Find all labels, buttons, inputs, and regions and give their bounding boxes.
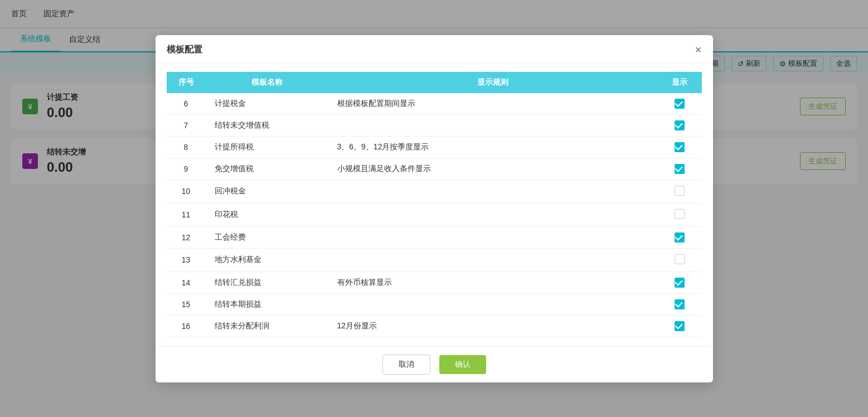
checkbox-12[interactable] [675, 232, 685, 243]
table-row: 7结转未交增值税 [167, 114, 702, 136]
col-header-name: 模板名称 [206, 72, 328, 93]
cell-no: 15 [167, 293, 206, 315]
modal-close-button[interactable]: × [695, 44, 702, 55]
checkbox-10[interactable] [675, 186, 685, 196]
cell-name: 回冲税金 [206, 180, 328, 203]
cancel-button[interactable]: 取消 [382, 355, 430, 375]
cell-rule: 12月份显示 [328, 315, 657, 337]
cell-no: 10 [167, 180, 206, 203]
table-row: 14结转汇兑损益有外币核算显示 [167, 271, 702, 293]
cell-no: 9 [167, 158, 206, 180]
col-header-show: 显示 [657, 72, 702, 93]
table-row: 15结转本期损益 [167, 293, 702, 315]
cell-checkbox [657, 158, 702, 180]
cell-checkbox [657, 180, 702, 203]
cell-rule: 有外币核算显示 [328, 271, 657, 293]
confirm-button[interactable]: 确认 [439, 355, 486, 374]
cell-no: 12 [167, 226, 206, 248]
cell-no: 7 [167, 114, 206, 136]
cell-name: 计提税金 [206, 93, 328, 115]
cell-no: 16 [167, 315, 206, 337]
table-row: 11印花税 [167, 203, 702, 226]
modal-overlay: 模板配置 × 序号 模板名称 显示规则 显示 6计提税金根据模板配置期间显示7结… [0, 0, 868, 417]
cell-name: 工会经费 [206, 226, 328, 248]
table-body: 6计提税金根据模板配置期间显示7结转未交增值税8计提所得税3、6、9、12月按季… [167, 93, 702, 337]
table-header: 序号 模板名称 显示规则 显示 [167, 72, 702, 93]
checkbox-13[interactable] [675, 254, 685, 264]
table-row: 8计提所得税3、6、9、12月按季度显示 [167, 136, 702, 158]
cell-checkbox [657, 93, 702, 115]
table-row: 9免交增值税小规模且满足收入条件显示 [167, 158, 702, 180]
cell-checkbox [657, 203, 702, 226]
cell-rule: 根据模板配置期间显示 [328, 93, 657, 115]
checkbox-14[interactable] [675, 278, 685, 288]
col-header-no: 序号 [167, 72, 206, 93]
cell-rule [328, 180, 657, 203]
cell-rule [328, 293, 657, 315]
cell-checkbox [657, 271, 702, 293]
table-row: 12工会经费 [167, 226, 702, 248]
cell-checkbox [657, 136, 702, 158]
cell-name: 结转本期损益 [206, 293, 328, 315]
checkbox-7[interactable] [675, 120, 685, 130]
cell-name: 结转未分配利润 [206, 315, 328, 337]
cell-name: 免交增值税 [206, 158, 328, 180]
cell-checkbox [657, 226, 702, 248]
cell-checkbox [657, 315, 702, 337]
cell-name: 结转未交增值税 [206, 114, 328, 136]
checkbox-8[interactable] [675, 142, 685, 152]
cell-rule: 小规模且满足收入条件显示 [328, 158, 657, 180]
checkbox-16[interactable] [675, 321, 685, 331]
modal-body: 序号 模板名称 显示规则 显示 6计提税金根据模板配置期间显示7结转未交增值税8… [156, 63, 713, 346]
cell-rule [328, 203, 657, 226]
cell-rule [328, 248, 657, 271]
cell-name: 印花税 [206, 203, 328, 226]
col-header-rule: 显示规则 [328, 72, 657, 93]
cell-name: 结转汇兑损益 [206, 271, 328, 293]
cell-checkbox [657, 114, 702, 136]
checkbox-6[interactable] [675, 99, 685, 109]
checkbox-15[interactable] [675, 299, 685, 309]
modal-title: 模板配置 [167, 44, 202, 56]
cell-rule [328, 114, 657, 136]
cell-name: 地方水利基金 [206, 248, 328, 271]
modal-footer: 取消 确认 [156, 346, 713, 382]
table-row: 13地方水利基金 [167, 248, 702, 271]
cell-name: 计提所得税 [206, 136, 328, 158]
table-row: 16结转未分配利润12月份显示 [167, 315, 702, 337]
modal-header: 模板配置 × [156, 35, 713, 63]
cell-checkbox [657, 248, 702, 271]
cell-no: 6 [167, 93, 206, 115]
cell-no: 13 [167, 248, 206, 271]
table-row: 6计提税金根据模板配置期间显示 [167, 93, 702, 115]
cell-no: 11 [167, 203, 206, 226]
cell-no: 8 [167, 136, 206, 158]
config-table: 序号 模板名称 显示规则 显示 6计提税金根据模板配置期间显示7结转未交增值税8… [167, 72, 702, 337]
cell-rule: 3、6、9、12月按季度显示 [328, 136, 657, 158]
cell-rule [328, 226, 657, 248]
checkbox-9[interactable] [675, 164, 685, 174]
modal-template-config: 模板配置 × 序号 模板名称 显示规则 显示 6计提税金根据模板配置期间显示7结… [156, 35, 713, 382]
cell-no: 14 [167, 271, 206, 293]
table-row: 10回冲税金 [167, 180, 702, 203]
cell-checkbox [657, 293, 702, 315]
checkbox-11[interactable] [675, 209, 685, 219]
